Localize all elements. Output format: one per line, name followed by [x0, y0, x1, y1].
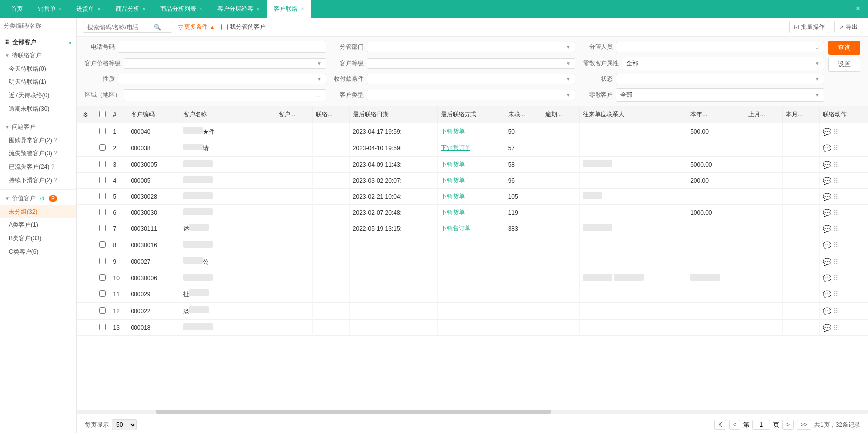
chat-icon[interactable]: 💬: [823, 307, 831, 315]
batch-operation-button[interactable]: ☑ 批量操作: [789, 21, 829, 33]
chat-icon[interactable]: 💬: [823, 274, 831, 282]
sidebar-item-warning[interactable]: 流失预警客户(3) ?: [0, 147, 76, 160]
region-select[interactable]: ...: [124, 89, 326, 101]
first-page-button[interactable]: K: [714, 420, 726, 430]
chat-icon[interactable]: 💬: [823, 258, 831, 266]
prev-page-button[interactable]: <: [729, 420, 740, 430]
select-all-checkbox[interactable]: [99, 111, 106, 117]
tab-purchase-close[interactable]: ×: [97, 6, 100, 12]
row-checkbox[interactable]: [99, 161, 106, 167]
sidebar-item-overdue[interactable]: 逾期未联络(30): [0, 102, 76, 116]
row-checkbox[interactable]: [99, 290, 106, 297]
row-checkbox[interactable]: [99, 177, 106, 183]
next-page-button[interactable]: >: [782, 420, 794, 430]
chat-icon[interactable]: 💬: [823, 324, 831, 332]
chat-icon[interactable]: 💬: [823, 193, 831, 201]
contact-method-link[interactable]: 下销货单: [441, 177, 465, 184]
filter-search-icon[interactable]: 🔍: [154, 24, 161, 31]
scrollbar-thumb[interactable]: [156, 410, 551, 414]
contact-method-link[interactable]: 下销货单: [441, 209, 465, 216]
chat-icon[interactable]: 💬: [823, 290, 831, 298]
grid-action-icon[interactable]: ⠿: [833, 161, 838, 169]
chat-icon[interactable]: 💬: [823, 161, 831, 169]
all-customers-header[interactable]: ⠿ 全部客户 «: [0, 34, 76, 49]
tab-sales[interactable]: 销售单 ×: [31, 0, 68, 18]
contact-method-link[interactable]: 下销售订单: [441, 144, 470, 151]
region-dots[interactable]: ...: [317, 92, 322, 99]
tab-analysis[interactable]: 商品分析 ×: [109, 0, 152, 18]
value-customer-group[interactable]: ▼ 价值客户 ↺ R: [0, 192, 76, 205]
row-checkbox[interactable]: [99, 209, 106, 215]
sidebar-item-declining[interactable]: 持续下滑客户(2) ?: [0, 174, 76, 187]
grid-action-icon[interactable]: ⠿: [833, 144, 838, 152]
grid-action-icon[interactable]: ⠿: [833, 209, 838, 216]
per-page-select[interactable]: 50 100 200: [112, 419, 137, 430]
payment-select[interactable]: ▼: [367, 74, 575, 84]
chat-icon[interactable]: 💬: [823, 209, 831, 216]
sidebar-item-a[interactable]: A类客户(1): [0, 218, 76, 232]
sidebar-item-tomorrow[interactable]: 明天待联络(1): [0, 75, 76, 89]
customer-level-select[interactable]: ▼: [367, 58, 575, 69]
contact-method-link[interactable]: 下销货单: [441, 128, 465, 135]
page-input[interactable]: [752, 420, 770, 430]
sidebar-search-input[interactable]: [4, 22, 77, 29]
reset-button[interactable]: 设置: [828, 57, 860, 72]
row-checkbox[interactable]: [99, 241, 106, 248]
tab-customer-contact[interactable]: 客户联络 ×: [267, 0, 311, 18]
grid-action-icon[interactable]: ⠿: [833, 177, 838, 185]
tab-home[interactable]: 首页: [4, 0, 30, 18]
my-customers-checkbox[interactable]: [221, 24, 228, 30]
sidebar-item-c[interactable]: C类客户(6): [0, 245, 76, 259]
sidebar-item-7days[interactable]: 近7天待联络(0): [0, 89, 76, 102]
problem-customer-group[interactable]: ▼ 问题客户: [0, 120, 76, 134]
dept-select[interactable]: ▼: [367, 42, 575, 52]
person-select[interactable]: ...: [616, 42, 824, 52]
more-conditions-button[interactable]: ▽ 更多条件 ▲: [178, 23, 215, 31]
price-level-select[interactable]: ▼: [124, 58, 326, 69]
tab-purchase[interactable]: 进货单 ×: [69, 0, 107, 18]
tab-contact-close[interactable]: ×: [301, 6, 304, 12]
grid-action-icon[interactable]: ⠿: [833, 324, 838, 332]
row-checkbox[interactable]: [99, 258, 106, 264]
grid-action-icon[interactable]: ⠿: [833, 290, 838, 298]
row-checkbox[interactable]: [99, 274, 106, 281]
grid-action-icon[interactable]: ⠿: [833, 274, 838, 282]
chat-icon[interactable]: 💬: [823, 144, 831, 152]
grid-action-icon[interactable]: ⠿: [833, 128, 838, 136]
filter-search-input[interactable]: [87, 24, 152, 31]
phone-input[interactable]: [118, 41, 326, 53]
row-checkbox[interactable]: [99, 225, 106, 231]
row-checkbox[interactable]: [99, 193, 106, 199]
tab-sales-close[interactable]: ×: [59, 6, 62, 12]
tab-analysis-list[interactable]: 商品分析列表 ×: [153, 0, 209, 18]
row-checkbox[interactable]: [99, 307, 106, 314]
row-checkbox[interactable]: [99, 144, 106, 151]
customer-type-select[interactable]: ▼: [367, 90, 575, 100]
scattered-attr-select[interactable]: 全部 ▼: [622, 57, 824, 70]
tab-analysis-close[interactable]: ×: [142, 6, 145, 12]
pending-contact-group[interactable]: ▼ 待联络客户: [0, 49, 76, 62]
row-checkbox[interactable]: [99, 324, 106, 330]
last-page-button[interactable]: >>: [797, 420, 811, 430]
contact-method-link[interactable]: 下销货单: [441, 193, 465, 200]
grid-action-icon[interactable]: ⠿: [833, 307, 838, 315]
sidebar-item-b[interactable]: B类客户(33): [0, 232, 76, 245]
chat-icon[interactable]: 💬: [823, 128, 831, 136]
export-button[interactable]: ↗ 导出: [834, 21, 862, 33]
query-button[interactable]: 查询: [828, 41, 860, 55]
refresh-icon[interactable]: ↺: [40, 195, 45, 202]
sidebar-item-ungroup[interactable]: 未分组(32): [0, 205, 76, 218]
collapse-icon[interactable]: «: [68, 40, 71, 46]
nature-select[interactable]: ▼: [118, 74, 326, 84]
contact-method-link[interactable]: 下销货单: [441, 161, 465, 168]
chat-icon[interactable]: 💬: [823, 177, 831, 185]
grid-action-icon[interactable]: ⠿: [833, 225, 838, 233]
horizontal-scrollbar[interactable]: [77, 410, 868, 414]
chat-icon[interactable]: 💬: [823, 225, 831, 233]
tab-customer-segment[interactable]: 客户分层经客 ×: [210, 0, 266, 18]
sidebar-item-lost[interactable]: 已流失客户(24) ?: [0, 160, 76, 174]
grid-action-icon[interactable]: ⠿: [833, 258, 838, 266]
sidebar-item-abnormal[interactable]: 囤购异常客户(2) ?: [0, 134, 76, 147]
sidebar-item-today[interactable]: 今天待联络(0): [0, 62, 76, 75]
scattered-customer-select[interactable]: 全部 ▼: [616, 88, 824, 102]
